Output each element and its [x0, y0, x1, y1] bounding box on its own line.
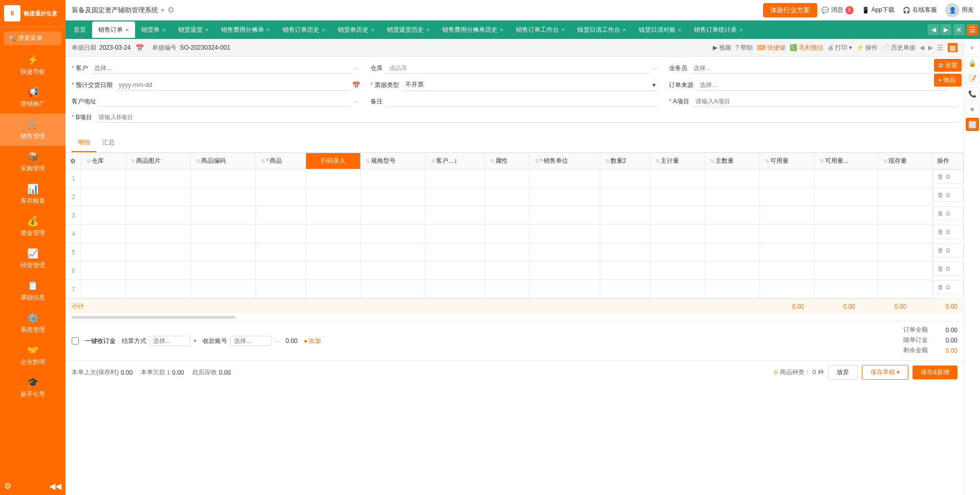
row-5-warehouse[interactable] [81, 243, 126, 262]
row-1-image[interactable] [126, 169, 191, 188]
invoice-type-value[interactable]: 不开票 ▾ [402, 79, 659, 91]
row-5-product[interactable] [256, 243, 306, 262]
sidebar-item-system[interactable]: ⚙️ 系统管理 [0, 307, 66, 339]
pagination-prev-icon[interactable]: ◀ [920, 44, 924, 51]
right-panel-lock-icon[interactable]: 🔒 [966, 56, 979, 70]
tab-detail[interactable]: 明细 [72, 134, 96, 152]
row-1-warehouse[interactable] [81, 169, 126, 188]
row-6-avail2[interactable] [815, 262, 878, 280]
row-2-spec[interactable] [361, 188, 426, 206]
tabbar-close-others-btn[interactable]: ✕ [953, 24, 965, 35]
row-4-qty2[interactable] [600, 225, 650, 243]
row-3-scan[interactable] [306, 206, 361, 225]
system-gear-icon[interactable]: ⚙ [167, 5, 175, 15]
b-project-input[interactable] [95, 112, 957, 123]
customer-input[interactable] [91, 63, 351, 74]
row-3-delete-icon[interactable]: 🗑 [938, 210, 944, 217]
row-4-unit[interactable] [529, 225, 600, 243]
right-panel-star-icon[interactable]: ★ [966, 102, 979, 116]
row-2-qty2[interactable] [600, 188, 650, 206]
row-4-scan[interactable] [306, 225, 361, 243]
sidebar-item-basic-info[interactable]: 📋 基础信息 [0, 275, 66, 307]
th-spec-sort[interactable]: ⇅ [366, 158, 370, 164]
row-6-munit[interactable] [650, 262, 705, 280]
row-5-scan[interactable] [306, 243, 361, 262]
row-4-avail[interactable] [760, 225, 815, 243]
row-2-copy-icon[interactable]: ⧉ [946, 191, 950, 199]
row-7-code[interactable] [191, 280, 256, 298]
tab-reconciliation-close[interactable]: ✕ [678, 27, 682, 33]
tab-sales-note[interactable]: 销货单 ✕ [135, 21, 172, 38]
tab-sales-fee-history[interactable]: 销售费用分摊单历史 ✕ [436, 21, 510, 38]
tab-sales-order-close[interactable]: ✕ [125, 27, 129, 33]
th-scan[interactable]: 扫码录入 [306, 153, 361, 169]
row-3-spec[interactable] [361, 206, 426, 225]
row-6-image[interactable] [126, 262, 191, 280]
tab-sales-note-history[interactable]: 销货单历史 ✕ [332, 21, 381, 38]
history-doc-btn[interactable]: 📄 历史单据 [882, 44, 916, 52]
right-panel-table-icon[interactable]: ≡ [966, 41, 979, 54]
tab-sales-workbench-close[interactable]: ✕ [561, 27, 565, 33]
row-5-ccode[interactable] [426, 243, 485, 262]
date-calendar-icon[interactable]: 📅 [136, 44, 144, 52]
row-3-stock[interactable] [878, 206, 932, 225]
th-attr-sort[interactable]: ⇅ [490, 158, 494, 164]
row-7-spec[interactable] [361, 280, 426, 298]
row-4-copy-icon[interactable]: ⧉ [946, 228, 950, 235]
th-code-sort[interactable]: ⇅ [196, 158, 200, 164]
row-5-attr[interactable] [485, 243, 529, 262]
row-1-attr[interactable] [485, 169, 529, 188]
row-1-spec[interactable] [361, 169, 426, 188]
save-new-button[interactable]: 保存&新增 [912, 365, 957, 379]
row-5-unit[interactable] [529, 243, 600, 262]
row-7-warehouse[interactable] [81, 280, 126, 298]
tab-sales-fee[interactable]: 销售费用分摊单 ✕ [215, 21, 276, 38]
row-2-code[interactable] [191, 188, 256, 206]
help-btn[interactable]: ? 帮助 [735, 44, 753, 52]
row-5-munit[interactable] [650, 243, 705, 262]
row-4-delete-icon[interactable]: 🗑 [938, 228, 944, 235]
sidebar-item-operations[interactable]: 📈 经营管理 [0, 243, 66, 275]
list-view-icon[interactable]: ☰ [937, 44, 944, 52]
settings-bottom-icon[interactable]: ⚙ [4, 481, 11, 491]
row-7-attr[interactable] [485, 280, 529, 298]
print-arrow[interactable]: ▾ [849, 44, 852, 51]
delivery-date-calendar-icon[interactable]: 📅 [352, 81, 360, 89]
tab-sales-order[interactable]: 销售订单 ✕ [92, 21, 135, 38]
grid-view-icon[interactable]: ▦ [948, 43, 957, 52]
tab-reconciliation[interactable]: 钱货日清对账 ✕ [633, 21, 688, 38]
row-7-munit[interactable] [650, 280, 705, 298]
tab-sales-fee-history-close[interactable]: ✕ [499, 27, 504, 33]
row-3-code[interactable] [191, 206, 256, 225]
row-6-unit[interactable] [529, 262, 600, 280]
row-7-unit[interactable] [529, 280, 600, 298]
row-2-avail[interactable] [760, 188, 815, 206]
row-1-delete-icon[interactable]: 🗑 [938, 173, 944, 180]
row-6-copy-icon[interactable]: ⧉ [946, 265, 950, 272]
row-2-stock[interactable] [878, 188, 932, 206]
online-service-item[interactable]: 🎧 在线客服 [903, 6, 937, 14]
row-2-scan[interactable] [306, 188, 361, 206]
row-7-product[interactable] [256, 280, 306, 298]
row-3-copy-icon[interactable]: ⧉ [946, 210, 950, 217]
row-3-munit[interactable] [650, 206, 705, 225]
row-4-avail2[interactable] [815, 225, 878, 243]
current-debt-info-icon[interactable]: ℹ [167, 369, 170, 376]
print-btn[interactable]: 🖨 打印 ▾ [827, 44, 852, 52]
row-2-delete-icon[interactable]: 🗑 [938, 191, 944, 199]
th-warehouse-sort[interactable]: ⇅ [86, 158, 91, 164]
row-5-avail[interactable] [760, 243, 815, 262]
sidebar-item-marketing[interactable]: 📢 营销推广 [0, 81, 66, 114]
row-4-warehouse[interactable] [81, 225, 126, 243]
row-5-qty2[interactable] [600, 243, 650, 262]
a-project-input[interactable] [692, 96, 957, 107]
row-6-delete-icon[interactable]: 🗑 [938, 265, 944, 272]
row-2-attr[interactable] [485, 188, 529, 206]
warehouse-input[interactable] [386, 63, 650, 74]
discard-button[interactable]: 放弃 [828, 365, 858, 380]
row-7-mqty[interactable] [705, 280, 760, 298]
row-3-ccode[interactable] [426, 206, 485, 225]
row-1-stock[interactable] [878, 169, 932, 188]
row-2-ccode[interactable] [426, 188, 485, 206]
save-draft-arrow[interactable]: ▾ [897, 369, 900, 376]
